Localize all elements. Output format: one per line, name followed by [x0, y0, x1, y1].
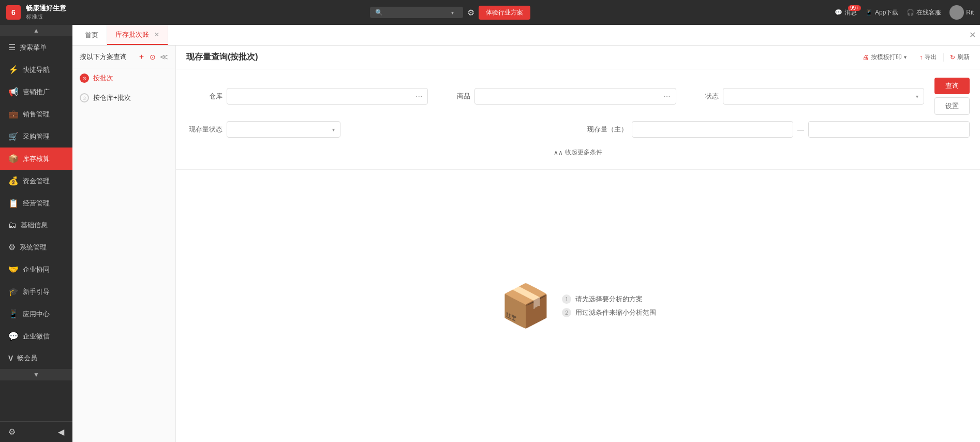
enterprise-icon: 🤝 [8, 264, 19, 274]
vip-icon: V [8, 354, 13, 362]
product-field: 商品 ··· [434, 88, 676, 105]
sidebar-item-system[interactable]: ⚙ 系统管理 [0, 236, 72, 258]
topbar-right: 💬 消息 99+ 📱 App下载 🎧 在线客服 Rit [835, 5, 974, 20]
sidebar-item-sales[interactable]: 💼 销售管理 [0, 103, 72, 125]
topbar-left: 6 畅康通好生意 标准版 [6, 4, 66, 20]
sidebar-settings-icon[interactable]: ⚙ [8, 427, 16, 437]
sidebar-bottom: ⚙ ◀ [0, 421, 72, 442]
inventory-status-select[interactable]: ▾ [227, 121, 340, 138]
tab-bar-close-all-btn[interactable]: ✕ [969, 30, 976, 40]
print-dropdown-icon[interactable]: ▾ [904, 54, 907, 60]
app-title: 畅康通好生意 标准版 [26, 4, 66, 20]
product-dots-icon: ··· [663, 92, 670, 101]
filter-settings-icon[interactable]: ⊙ [150, 53, 156, 61]
app-logo: 6 [6, 5, 21, 20]
sidebar-item-operations[interactable]: 📋 经营管理 [0, 192, 72, 214]
export-action[interactable]: ↑ 导出 [919, 53, 937, 62]
operations-icon: 📋 [8, 198, 19, 208]
sidebar: ▲ ☰ 搜索菜单 ⚡ 快捷导航 📢 营销推广 💼 销售管理 🛒 采购管理 📦 库… [0, 25, 72, 442]
collapse-icon: ∧∧ [554, 149, 563, 156]
content-area: 首页 库存批次账 ✕ ✕ 按以下方案查询 ＋ ⊙ ≪ [72, 25, 980, 442]
settings-button[interactable]: 设置 [934, 97, 970, 115]
status-select-arrow: ▾ [916, 94, 918, 99]
online-service-btn[interactable]: 🎧 在线客服 [907, 8, 941, 17]
inventory-status-label: 现存量状态 [186, 125, 222, 134]
filter-item-batch-icon: ⊙ [80, 73, 89, 83]
sidebar-item-newbie[interactable]: 🎓 新手引导 [0, 281, 72, 303]
system-icon: ⚙ [8, 242, 16, 252]
topbar-gear-icon[interactable]: ⚙ [467, 8, 474, 18]
warehouse-dots-icon: ··· [415, 92, 422, 101]
user-avatar[interactable]: Rit [949, 5, 974, 20]
empty-state: 📦 1 请先选择要分析的方案 2 用过滤条件来缩小分析范围 [176, 170, 980, 442]
query-button[interactable]: 查询 [934, 78, 970, 94]
sidebar-item-search-menu[interactable]: ☰ 搜索菜单 [0, 36, 72, 58]
sidebar-item-basics[interactable]: 🗂 基础信息 [0, 214, 72, 236]
tab-inventory-batch[interactable]: 库存批次账 ✕ [107, 25, 168, 45]
range-dash: — [797, 126, 804, 134]
action-divider-2 [943, 53, 944, 62]
product-input[interactable]: ··· [474, 88, 676, 105]
sidebar-item-app-center[interactable]: 📱 应用中心 [0, 303, 72, 325]
warehouse-label: 仓库 [186, 92, 222, 101]
inventory-qty-range: — [632, 121, 970, 138]
sidebar-item-vip-club[interactable]: V 畅会员 [0, 347, 72, 369]
sidebar-scroll-down[interactable]: ▼ [0, 369, 72, 380]
avatar-img [949, 5, 964, 20]
sidebar-item-shortcut-nav[interactable]: ⚡ 快捷导航 [0, 58, 72, 81]
filter-collapse-icon[interactable]: ≪ [160, 52, 168, 62]
purchase-icon: 🛒 [8, 131, 19, 141]
search-actions: 查询 设置 [934, 78, 970, 115]
headset-icon: 🎧 [907, 9, 914, 16]
filter-panel: 按以下方案查询 ＋ ⊙ ≪ ⊙ 按批次 ⊙ 按仓库+批次 [72, 46, 176, 442]
inventory-icon: 📦 [8, 154, 19, 164]
messages-btn[interactable]: 💬 消息 99+ [835, 8, 857, 17]
tab-home[interactable]: 首页 [77, 25, 107, 45]
sidebar-item-enterprise-wechat[interactable]: 💬 企业微信 [0, 325, 72, 347]
tab-close-icon[interactable]: ✕ [154, 31, 159, 38]
inventory-qty-label: 现存量（主） [581, 125, 628, 134]
page-title-actions: 🖨 按模板打印 ▾ ↑ 导出 ↻ 刷新 [863, 53, 970, 62]
topbar-search-input[interactable] [386, 9, 448, 16]
sidebar-item-inventory[interactable]: 📦 库存核算 [0, 148, 72, 170]
collapse-more-conditions[interactable]: ∧∧ 收起更多条件 [186, 144, 970, 161]
filter-item-by-batch[interactable]: ⊙ 按批次 [72, 68, 175, 88]
refresh-action[interactable]: ↻ 刷新 [950, 53, 970, 62]
topbar-search-box[interactable]: 🔍 ▾ [370, 7, 463, 18]
status-field: 状态 ▾ [682, 88, 924, 105]
shortcut-nav-icon: ⚡ [8, 65, 19, 75]
app-download-btn[interactable]: 📱 App下载 [865, 8, 898, 17]
warehouse-input[interactable]: ··· [227, 88, 428, 105]
inventory-status-select-arrow: ▾ [332, 127, 335, 132]
inventory-status-field: 现存量状态 ▾ [186, 121, 575, 138]
page-content: 按以下方案查询 ＋ ⊙ ≪ ⊙ 按批次 ⊙ 按仓库+批次 [72, 46, 980, 442]
empty-tips: 1 请先选择要分析的方案 2 用过滤条件来缩小分析范围 [562, 294, 656, 317]
print-action[interactable]: 🖨 按模板打印 ▾ [863, 53, 907, 62]
inventory-qty-min[interactable] [632, 121, 793, 138]
filter-item-by-warehouse-batch[interactable]: ⊙ 按仓库+批次 [72, 88, 175, 108]
warehouse-field: 仓库 ··· [186, 88, 428, 105]
newbie-icon: 🎓 [8, 287, 19, 297]
empty-state-content: 📦 1 请先选择要分析的方案 2 用过滤条件来缩小分析范围 [500, 285, 656, 327]
sidebar-item-enterprise[interactable]: 🤝 企业协同 [0, 258, 72, 281]
action-divider-1 [913, 53, 913, 62]
right-panel: 现存量查询(按批次) 🖨 按模板打印 ▾ ↑ 导出 [176, 46, 980, 442]
topbar-chevron-icon: ▾ [451, 10, 454, 16]
search-form: 仓库 ··· 商品 ··· [176, 69, 980, 170]
empty-icon: 📦 [500, 285, 552, 327]
sidebar-scroll-up[interactable]: ▲ [0, 25, 72, 36]
experience-btn[interactable]: 体验行业方案 [479, 6, 530, 20]
inventory-qty-max[interactable] [808, 121, 970, 138]
status-select[interactable]: ▾ [723, 88, 924, 105]
sidebar-item-purchase[interactable]: 🛒 采购管理 [0, 125, 72, 148]
sales-icon: 💼 [8, 109, 19, 119]
refresh-icon: ↻ [950, 54, 955, 61]
filter-add-icon[interactable]: ＋ [138, 52, 145, 62]
main-layout: ▲ ☰ 搜索菜单 ⚡ 快捷导航 📢 营销推广 💼 销售管理 🛒 采购管理 📦 库… [0, 25, 980, 442]
status-label: 状态 [682, 92, 719, 101]
print-icon: 🖨 [863, 54, 869, 61]
sidebar-collapse-icon[interactable]: ◀ [58, 427, 64, 437]
page-title: 现存量查询(按批次) [186, 52, 258, 63]
sidebar-item-finance[interactable]: 💰 资金管理 [0, 170, 72, 192]
sidebar-item-marketing[interactable]: 📢 营销推广 [0, 81, 72, 103]
